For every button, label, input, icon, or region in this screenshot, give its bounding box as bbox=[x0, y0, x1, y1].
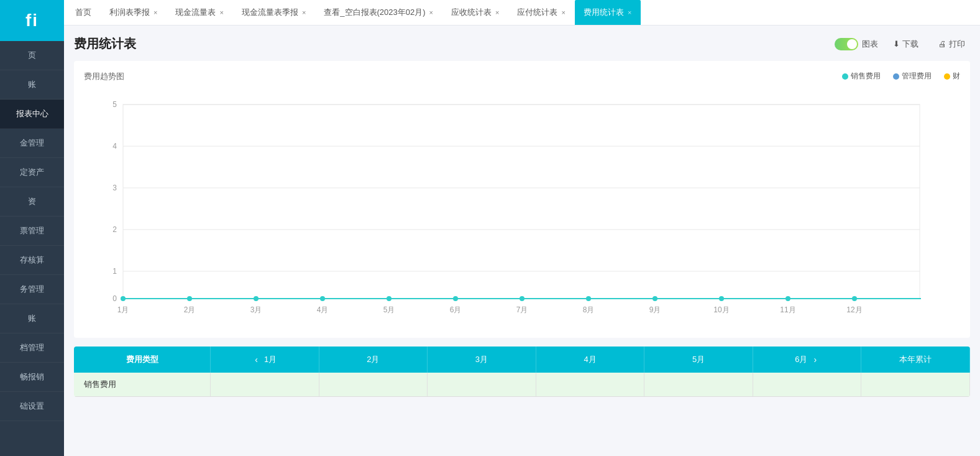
table-header-type-label: 费用类型 bbox=[126, 354, 158, 365]
sidebar-item-invoice-management[interactable]: 票管理 bbox=[0, 216, 64, 246]
table-header-ytd-label: 本年累计 bbox=[899, 354, 932, 365]
chart-toggle-label: 图表 bbox=[862, 39, 878, 50]
tab-cash-flow-close[interactable]: × bbox=[219, 9, 223, 16]
tab-bar: 首页 利润表季报 × 现金流量表 × 现金流量表季报 × 查看_空白报表(202… bbox=[64, 0, 980, 26]
page-title: 费用统计表 bbox=[74, 35, 136, 52]
table-header-jun: 6月 › bbox=[753, 347, 862, 373]
row-type-label: 销售费用 bbox=[74, 373, 211, 396]
legend-financial-label: 财 bbox=[953, 71, 960, 81]
tab-payable-stats-label: 应付统计表 bbox=[517, 7, 557, 18]
page-header: 费用统计表 图表 ⬇ 下载 🖨 打印 bbox=[74, 35, 970, 52]
print-button[interactable]: 🖨 打印 bbox=[933, 36, 970, 52]
svg-text:3: 3 bbox=[112, 184, 117, 192]
print-label: 打印 bbox=[949, 39, 965, 50]
sidebar-item-home[interactable]: 页 bbox=[0, 41, 64, 70]
tab-home[interactable]: 首页 bbox=[66, 0, 101, 25]
sidebar-item-service-management[interactable]: 务管理 bbox=[0, 275, 64, 304]
sidebar-item-archive-management[interactable]: 档管理 bbox=[0, 333, 64, 363]
chart-point-jun bbox=[453, 296, 458, 301]
table-header-may: 5月 bbox=[644, 347, 753, 373]
chart-point-oct bbox=[719, 296, 724, 301]
svg-text:1: 1 bbox=[112, 267, 117, 276]
legend-management-label: 管理费用 bbox=[902, 71, 932, 81]
tab-payable-stats[interactable]: 应付统计表 × bbox=[508, 0, 574, 25]
svg-text:3月: 3月 bbox=[250, 305, 262, 314]
sidebar-item-basic-settings[interactable]: 础设置 bbox=[0, 392, 64, 421]
legend-sales-label: 销售费用 bbox=[851, 71, 881, 81]
legend-sales-dot bbox=[842, 73, 848, 80]
data-table: 费用类型 ‹ 1月 2月 3月 4月 5月 bbox=[74, 347, 970, 397]
chart-point-mar bbox=[254, 296, 259, 301]
svg-rect-12 bbox=[123, 105, 920, 299]
header-actions: 图表 ⬇ 下载 🖨 打印 bbox=[835, 36, 970, 52]
svg-text:0: 0 bbox=[112, 294, 117, 303]
table-next-arrow[interactable]: › bbox=[811, 355, 819, 365]
table-header-nav-jan: ‹ 1月 bbox=[211, 347, 319, 373]
svg-text:8月: 8月 bbox=[583, 305, 595, 314]
chart-legend: 销售费用 管理费用 财 bbox=[842, 71, 960, 81]
table-prev-arrow[interactable]: ‹ bbox=[252, 355, 260, 365]
tab-cash-flow-quarterly[interactable]: 现金流量表季报 × bbox=[233, 0, 315, 25]
chart-toggle-wrap: 图表 bbox=[835, 38, 878, 50]
sidebar-item-sales-return[interactable]: 畅报销 bbox=[0, 363, 64, 392]
chart-toggle[interactable] bbox=[835, 38, 858, 50]
download-icon: ⬇ bbox=[893, 39, 900, 49]
chart-point-sep bbox=[653, 296, 657, 301]
svg-text:7月: 7月 bbox=[516, 305, 528, 314]
row-may-value bbox=[644, 373, 753, 396]
legend-management: 管理费用 bbox=[893, 71, 932, 81]
svg-text:5月: 5月 bbox=[383, 305, 395, 314]
tab-cash-flow-quarterly-close[interactable]: × bbox=[302, 9, 306, 16]
sidebar-item-inventory[interactable]: 存核算 bbox=[0, 246, 64, 275]
svg-text:11月: 11月 bbox=[780, 305, 795, 314]
tab-payable-stats-close[interactable]: × bbox=[561, 9, 565, 16]
legend-financial: 财 bbox=[944, 71, 960, 81]
row-feb-value bbox=[319, 373, 428, 396]
sidebar-item-fixed-assets[interactable]: 定资产 bbox=[0, 158, 64, 187]
sidebar-item-report-center[interactable]: 报表中心 bbox=[0, 100, 64, 129]
download-button[interactable]: ⬇ 下载 bbox=[888, 36, 923, 52]
svg-text:9月: 9月 bbox=[649, 305, 661, 314]
download-label: 下载 bbox=[902, 39, 918, 50]
legend-management-dot bbox=[893, 73, 899, 80]
sidebar-item-investment[interactable]: 资 bbox=[0, 187, 64, 216]
chart-point-aug bbox=[586, 296, 591, 301]
sidebar-item-account[interactable]: 账 bbox=[0, 70, 64, 100]
table-header-mar: 3月 bbox=[428, 347, 536, 373]
page-content: 费用统计表 图表 ⬇ 下载 🖨 打印 费用趋势图 bbox=[64, 26, 980, 456]
main-content: 首页 利润表季报 × 现金流量表 × 现金流量表季报 × 查看_空白报表(202… bbox=[64, 0, 980, 456]
row-mar-value bbox=[428, 373, 536, 396]
table-header: 费用类型 ‹ 1月 2月 3月 4月 5月 bbox=[74, 347, 970, 373]
sidebar-item-sub-account[interactable]: 账 bbox=[0, 304, 64, 333]
tab-profit-quarterly[interactable]: 利润表季报 × bbox=[101, 0, 167, 25]
tab-receivable-stats[interactable]: 应收统计表 × bbox=[442, 0, 508, 25]
svg-text:2月: 2月 bbox=[184, 305, 196, 314]
table-header-jan: 1月 bbox=[264, 354, 277, 365]
chart-point-dec bbox=[852, 296, 857, 301]
table-header-mar-label: 3月 bbox=[475, 354, 488, 365]
tab-blank-report[interactable]: 查看_空白报表(2023年02月) × bbox=[315, 0, 442, 25]
tab-blank-report-close[interactable]: × bbox=[429, 9, 433, 16]
table-header-apr: 4月 bbox=[536, 347, 645, 373]
table-header-feb-label: 2月 bbox=[367, 354, 379, 365]
svg-text:6月: 6月 bbox=[450, 305, 462, 314]
svg-text:5: 5 bbox=[112, 100, 117, 109]
svg-text:4: 4 bbox=[112, 142, 117, 151]
tab-expense-stats[interactable]: 费用统计表 × bbox=[575, 0, 641, 25]
table-header-jun-label: 6月 bbox=[795, 354, 807, 365]
print-icon: 🖨 bbox=[938, 39, 946, 49]
sidebar-logo: fi bbox=[0, 0, 64, 41]
chart-point-jul bbox=[520, 296, 524, 301]
legend-sales: 销售费用 bbox=[842, 71, 881, 81]
tab-profit-quarterly-close[interactable]: × bbox=[153, 9, 157, 16]
tab-cash-flow[interactable]: 现金流量表 × bbox=[167, 0, 232, 25]
tab-expense-stats-close[interactable]: × bbox=[628, 9, 631, 16]
tab-receivable-stats-close[interactable]: × bbox=[495, 9, 499, 16]
svg-text:4月: 4月 bbox=[317, 305, 329, 314]
sidebar-item-fund-management[interactable]: 金管理 bbox=[0, 129, 64, 158]
chart-point-nov bbox=[785, 296, 790, 301]
table-row: 销售费用 bbox=[74, 373, 970, 397]
tab-cash-flow-label: 现金流量表 bbox=[175, 7, 216, 18]
chart-point-may bbox=[387, 296, 392, 301]
row-apr-value bbox=[536, 373, 645, 396]
